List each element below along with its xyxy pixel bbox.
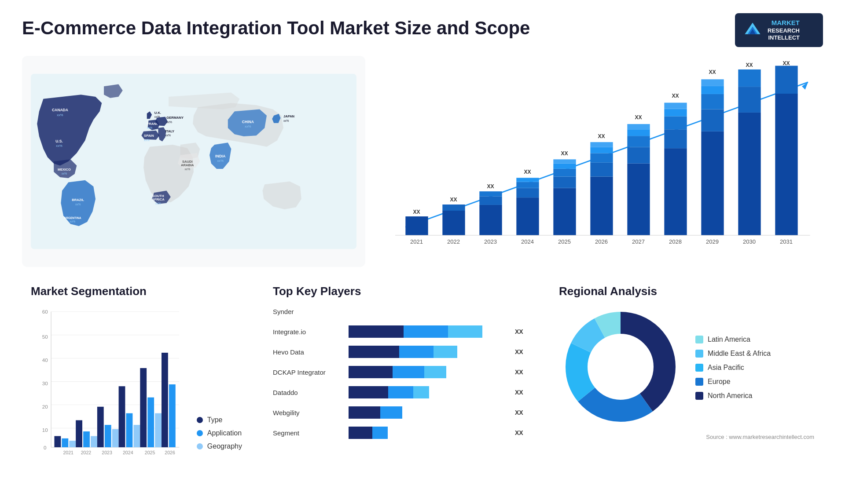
svg-text:2023: 2023 <box>484 238 497 245</box>
svg-text:2023: 2023 <box>102 450 112 455</box>
world-map: CANADA xx% U.S. xx% MEXICO xx% BRAZIL xx… <box>31 65 356 258</box>
map-section: CANADA xx% U.S. xx% MEXICO xx% BRAZIL xx… <box>22 56 365 267</box>
bar-chart-section: XX XX XX XX <box>378 56 823 267</box>
svg-text:MEXICO: MEXICO <box>58 168 71 172</box>
svg-text:U.S.: U.S. <box>55 139 63 144</box>
svg-rect-59 <box>590 163 613 177</box>
player-row: Hevo Data XX <box>273 346 528 358</box>
svg-text:2025: 2025 <box>558 238 571 245</box>
svg-text:xx%: xx% <box>165 134 171 137</box>
svg-text:20: 20 <box>42 404 48 409</box>
bar-seg1 <box>349 386 388 398</box>
svg-rect-67 <box>627 129 650 136</box>
logo-icon <box>743 21 762 40</box>
svg-text:2027: 2027 <box>632 238 645 245</box>
player-row: DCKAP Integrator XX <box>273 366 528 378</box>
players-title: Top Key Players <box>273 285 528 298</box>
svg-text:2024: 2024 <box>521 238 534 245</box>
legend-geo-dot <box>197 443 203 449</box>
bar-seg1 <box>349 346 399 358</box>
svg-rect-117 <box>62 438 68 447</box>
svg-rect-73 <box>664 109 687 117</box>
player-bar <box>349 305 506 318</box>
bar-seg1 <box>349 325 404 338</box>
svg-text:SPAIN: SPAIN <box>144 134 154 138</box>
svg-rect-132 <box>140 368 147 447</box>
svg-text:30: 30 <box>42 380 48 386</box>
svg-text:xx%: xx% <box>56 144 62 148</box>
regional-section: Regional Analysis <box>550 280 823 491</box>
svg-rect-66 <box>627 136 650 147</box>
top-section: CANADA xx% U.S. xx% MEXICO xx% BRAZIL xx… <box>22 56 823 267</box>
player-xx: XX <box>515 369 528 376</box>
svg-rect-50 <box>516 178 539 182</box>
seg-chart: 60 50 40 30 20 10 0 <box>31 305 188 464</box>
bar-seg1 <box>349 406 380 419</box>
players-list: Synder Integrate.io XX Hevo Data <box>273 305 528 439</box>
svg-text:0: 0 <box>44 445 47 451</box>
player-bar <box>349 346 506 358</box>
svg-text:2021: 2021 <box>63 450 73 455</box>
svg-text:U.K.: U.K. <box>154 111 161 115</box>
player-row: Dataddo XX <box>273 386 528 398</box>
svg-rect-118 <box>69 441 76 447</box>
svg-text:2028: 2028 <box>669 238 682 245</box>
svg-rect-60 <box>590 153 613 163</box>
players-section: Top Key Players Synder Integrate.io <box>264 280 537 491</box>
bar-seg2 <box>380 406 402 419</box>
logo-text: MARKET RESEARCH INTELLECT <box>768 18 800 42</box>
svg-text:XX: XX <box>413 209 420 215</box>
player-xx: XX <box>515 328 528 335</box>
player-name: Synder <box>273 308 343 315</box>
player-bar <box>349 325 506 338</box>
player-xx: XX <box>515 409 528 416</box>
segmentation-svg: 60 50 40 30 20 10 0 <box>31 305 188 464</box>
legend-type: Type <box>197 416 242 424</box>
svg-rect-87 <box>775 66 797 94</box>
legend-latin-america: Latin America <box>695 336 771 343</box>
svg-text:10: 10 <box>42 427 48 433</box>
seg-chart-area: 60 50 40 30 20 10 0 <box>31 305 242 464</box>
player-bar <box>349 386 506 398</box>
svg-rect-130 <box>133 425 140 447</box>
svg-text:2022: 2022 <box>447 238 460 245</box>
player-name: Integrate.io <box>273 328 343 336</box>
logo: MARKET RESEARCH INTELLECT <box>735 13 823 47</box>
legend-na-color <box>695 392 703 400</box>
source-text: Source : www.marketresearchintellect.com <box>559 434 814 440</box>
svg-rect-80 <box>701 80 724 86</box>
svg-text:2022: 2022 <box>81 450 92 455</box>
svg-text:XX: XX <box>635 114 642 121</box>
bar-seg3 <box>413 386 429 398</box>
svg-rect-43 <box>479 205 502 235</box>
player-name: Webgility <box>273 409 343 416</box>
svg-text:50: 50 <box>42 334 48 340</box>
legend-europe: Europe <box>695 378 771 386</box>
player-row: Integrate.io XX <box>273 325 528 338</box>
svg-text:ARGENTINA: ARGENTINA <box>64 216 81 219</box>
legend-asia-pac-label: Asia Pacific <box>708 364 744 372</box>
svg-text:ARABIA: ARABIA <box>181 164 194 168</box>
svg-rect-44 <box>479 197 502 205</box>
regional-legend: Latin America Middle East & Africa Asia … <box>695 336 771 400</box>
bar-seg3 <box>448 325 483 338</box>
svg-rect-86 <box>775 94 797 235</box>
svg-text:2026: 2026 <box>595 238 608 245</box>
svg-rect-47 <box>516 197 539 235</box>
legend-latin-america-color <box>695 336 703 343</box>
legend-type-label: Type <box>207 416 223 424</box>
svg-text:xx%: xx% <box>283 119 289 122</box>
svg-rect-56 <box>553 160 576 164</box>
svg-rect-128 <box>119 387 125 448</box>
svg-rect-41 <box>442 205 465 211</box>
svg-text:ITALY: ITALY <box>165 129 174 133</box>
svg-text:CANADA: CANADA <box>52 108 68 112</box>
svg-text:60: 60 <box>42 309 48 314</box>
svg-rect-40 <box>442 211 465 235</box>
svg-text:xx%: xx% <box>185 168 191 171</box>
svg-rect-55 <box>553 164 576 169</box>
svg-text:2021: 2021 <box>410 238 423 245</box>
svg-rect-126 <box>112 429 119 447</box>
seg-legend: Type Application Geography <box>197 416 242 464</box>
svg-text:XX: XX <box>709 69 716 75</box>
